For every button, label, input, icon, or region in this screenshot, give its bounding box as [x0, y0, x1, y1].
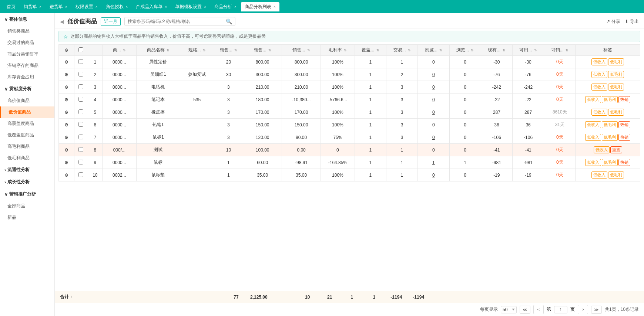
th-sale-qty[interactable]: 销售... ⇅ [214, 45, 243, 56]
row-checkbox-cell[interactable] [74, 81, 88, 94]
nav-product-analysis-close[interactable]: × [234, 5, 237, 9]
th-browse2[interactable]: 浏览... ⇅ [449, 45, 481, 56]
nav-template-settings[interactable]: 单据模板设置 × [171, 2, 210, 11]
nav-sales-order-close[interactable]: × [39, 5, 41, 9]
sidebar-group-growth[interactable]: › 成长性分析 [0, 176, 54, 188]
nav-product-analysis-list[interactable]: 商品分析列表 × [241, 2, 279, 11]
row-checkbox[interactable] [78, 122, 83, 127]
row-checkbox[interactable] [78, 109, 83, 114]
nav-product-analysis-list-close[interactable]: × [274, 5, 276, 9]
sidebar-item-low-coverage[interactable]: 低覆盖度商品 [0, 129, 54, 141]
th-settings[interactable]: ⚙ [59, 45, 74, 56]
row-checkbox-cell[interactable] [74, 106, 88, 119]
row-checkbox-cell[interactable] [74, 119, 88, 131]
nav-permissions[interactable]: 权限设置 × [72, 2, 101, 11]
row-checkbox-cell[interactable] [74, 56, 88, 68]
row-settings[interactable]: ⚙ [59, 94, 74, 106]
row-checkbox[interactable] [78, 147, 83, 152]
row-settings[interactable]: ⚙ [59, 106, 74, 119]
sidebar-item-new-products[interactable]: 新品 [0, 212, 54, 223]
nav-role-auth[interactable]: 角色授权 × [102, 2, 132, 11]
row-checkbox[interactable] [78, 97, 83, 102]
browse1-link[interactable]: 0 [432, 60, 435, 65]
sidebar-group-contribution[interactable]: ∨ 贡献度分析 [0, 83, 54, 95]
row-settings[interactable]: ⚙ [59, 68, 74, 81]
sidebar-item-all-products[interactable]: 全部商品 [0, 200, 54, 212]
sidebar-item-traded-products[interactable]: 交易过的商品 [0, 37, 54, 48]
browse1-link[interactable]: 1 [432, 160, 435, 165]
sidebar-group-liquidity[interactable]: › 流通性分析 [0, 164, 54, 176]
th-sale-avg[interactable]: 销售... ⇅ [282, 45, 321, 56]
browse1-link[interactable]: 0 [432, 147, 435, 153]
row-checkbox-cell[interactable] [74, 131, 88, 144]
th-check[interactable] [74, 45, 88, 56]
browse1-link[interactable]: 0 [432, 122, 435, 128]
nav-purchase-order[interactable]: 进货单 × [46, 2, 71, 11]
share-btn[interactable]: ↗ 分享 [606, 18, 620, 25]
period-tag-btn[interactable]: 近一月 [101, 17, 121, 26]
select-all-checkbox[interactable] [78, 47, 83, 52]
th-trans[interactable]: 交易... ⇅ [386, 45, 418, 56]
nav-product-analysis[interactable]: 商品分析 × [211, 2, 240, 11]
nav-purchase-order-close[interactable]: × [65, 5, 67, 9]
th-gross[interactable]: 毛利率 ⇅ [321, 45, 355, 56]
sidebar-item-slow-moving[interactable]: 滞销序存的商品 [0, 60, 54, 71]
first-page-btn[interactable]: ≪ [520, 306, 530, 314]
sidebar-item-low-margin[interactable]: 低毛利商品 [0, 152, 54, 164]
prev-page-btn[interactable]: ＜ [533, 305, 544, 314]
sidebar-group-marketing[interactable]: ∨ 营销推广分析 [0, 188, 54, 200]
row-settings[interactable]: ⚙ [59, 81, 74, 94]
browse1-link[interactable]: 0 [432, 173, 435, 178]
th-code[interactable]: 商... ⇅ [102, 45, 136, 56]
sidebar-item-category-sales-rate[interactable]: 商品分类销售率 [0, 48, 54, 60]
row-settings[interactable]: ⚙ [59, 56, 74, 68]
page-size-select[interactable]: 50 100 200 [501, 306, 517, 313]
row-checkbox-cell[interactable] [74, 94, 88, 106]
nav-finished-goods-close[interactable]: × [165, 5, 167, 9]
row-checkbox[interactable] [78, 59, 83, 64]
row-settings[interactable]: ⚙ [59, 131, 74, 144]
page-input[interactable] [554, 306, 567, 313]
th-cover[interactable]: 覆盖... ⇅ [355, 45, 386, 56]
row-settings[interactable]: ⚙ [59, 144, 74, 156]
sidebar-item-high-margin[interactable]: 高毛利商品 [0, 141, 54, 152]
browse1-link[interactable]: 0 [432, 135, 435, 140]
row-checkbox[interactable] [78, 172, 83, 177]
next-page-btn[interactable]: ＞ [578, 305, 588, 314]
browse1-link[interactable]: 0 [432, 97, 435, 102]
th-browse1[interactable]: 浏览... ⇅ [418, 45, 449, 56]
sidebar-group-overall[interactable]: ∨ 整体信息 [0, 13, 54, 26]
nav-home[interactable]: 首页 [3, 2, 19, 11]
row-settings[interactable]: ⚙ [59, 169, 74, 181]
last-page-btn[interactable]: ≫ [591, 306, 602, 314]
nav-sales-order[interactable]: 销货单 × [20, 2, 45, 11]
th-stock[interactable]: 现有... ⇅ [481, 45, 512, 56]
sidebar-item-low-value[interactable]: 低价值商品 [0, 106, 54, 118]
th-sale-amt[interactable]: 销售... ⇅ [243, 45, 282, 56]
browse1-link[interactable]: 0 [432, 85, 435, 90]
th-spec[interactable]: 规格... ⇅ [180, 45, 214, 56]
row-checkbox-cell[interactable] [74, 68, 88, 81]
nav-finished-goods[interactable]: 产成品入库单 × [132, 2, 171, 11]
row-checkbox-cell[interactable] [74, 156, 88, 169]
row-checkbox[interactable] [78, 72, 83, 77]
sidebar-item-inventory-capital[interactable]: 库存资金占用 [0, 71, 54, 83]
th-avail[interactable]: 可用... ⇅ [513, 45, 544, 56]
row-checkbox[interactable] [78, 84, 83, 89]
search-input[interactable] [128, 19, 224, 24]
row-settings[interactable]: ⚙ [59, 156, 74, 169]
collapse-sidebar-btn[interactable]: ◀ [60, 19, 64, 24]
th-name[interactable]: 商品名称 ⇅ [136, 45, 180, 56]
sidebar-item-sales-products[interactable]: 销售类商品 [0, 26, 54, 37]
sidebar-item-high-value[interactable]: 高价值商品 [0, 95, 54, 106]
th-sell[interactable]: 可销... ⇅ [544, 45, 576, 56]
row-checkbox[interactable] [78, 160, 83, 164]
browse1-link[interactable]: 0 [432, 110, 435, 115]
nav-role-auth-close[interactable]: × [126, 5, 128, 9]
browse1-link[interactable]: 0 [432, 72, 435, 77]
row-checkbox-cell[interactable] [74, 144, 88, 156]
search-icon[interactable]: 🔍 [226, 18, 232, 24]
row-checkbox-cell[interactable] [74, 169, 88, 181]
row-settings[interactable]: ⚙ [59, 119, 74, 131]
row-checkbox[interactable] [78, 135, 83, 139]
